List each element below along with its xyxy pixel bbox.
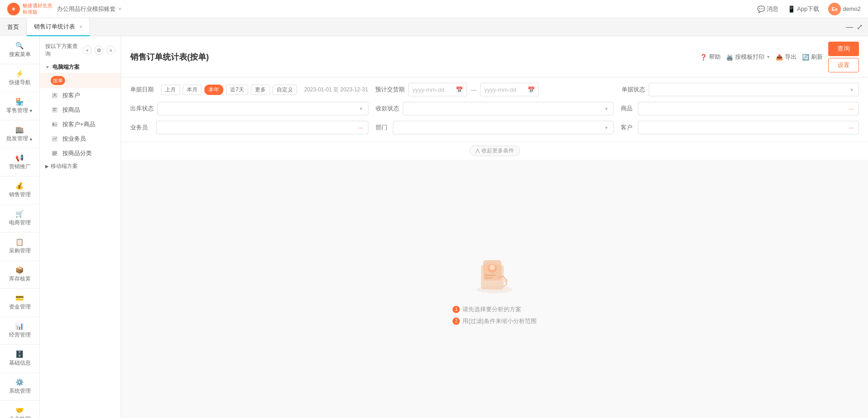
sidebar-item-system[interactable]: ⚙️ 系统管理 xyxy=(0,373,39,401)
date-custom-btn[interactable]: 自定义 xyxy=(273,85,297,95)
sidebar-item-ecommerce[interactable]: 🛒 电商管理 xyxy=(0,204,39,233)
tab-sales-order-stats[interactable]: 销售订单统计表 × xyxy=(27,18,90,36)
date-more-btn[interactable]: 更多 xyxy=(251,85,270,95)
retail-arrow-icon: ▼ xyxy=(29,109,33,113)
salesperson-more-icon[interactable]: ··· xyxy=(358,124,363,131)
salesperson-label: 业务员 xyxy=(130,124,153,132)
scheme-item-by-salesperson[interactable]: 按业务员 xyxy=(40,132,121,146)
sidebar-item-inventory[interactable]: 📦 库存核算 xyxy=(0,261,39,289)
sidebar-item-finance[interactable]: 💳 资金管理 xyxy=(0,289,39,317)
search-icon: 🔍 xyxy=(2,42,38,50)
help-btn[interactable]: ❓ 帮助 xyxy=(700,53,721,61)
top-bar-right: 💬 消息 📱 App下载 Ea demo2 xyxy=(757,3,861,15)
sidebar-item-quick-nav[interactable]: ⚡ 快捷导航 xyxy=(0,64,39,92)
scheme-section-pc[interactable]: ▼ 电脑端方案 xyxy=(40,62,121,73)
refresh-icon: 🔄 xyxy=(802,54,809,61)
message-btn[interactable]: 💬 消息 xyxy=(757,5,778,13)
setting-btn[interactable]: 设置 xyxy=(828,58,859,72)
scheme-section-mobile[interactable]: ▶ 移动端方案 xyxy=(40,161,121,172)
scheme-item-by-product[interactable]: 按商品 xyxy=(40,103,121,117)
sidebar-item-sales[interactable]: 💰 销售管理 xyxy=(0,176,39,204)
date-current-month-btn[interactable]: 本月 xyxy=(183,85,202,95)
export-btn[interactable]: 📤 导出 xyxy=(776,53,797,61)
svg-point-3 xyxy=(54,94,56,95)
collapse-bar: ⋀ 收起更多条件 xyxy=(121,142,868,160)
product-more-icon[interactable]: ··· xyxy=(849,105,854,112)
scheme-panel: 按以下方案查询 + ⚙ « ▼ 电脑端方案 xyxy=(40,36,121,418)
product-input[interactable]: ··· xyxy=(638,102,859,115)
scheme-item-by-customer[interactable]: 按客户 xyxy=(40,88,121,103)
scheme-add-btn[interactable]: + xyxy=(83,46,92,55)
scheme-item-by-order[interactable]: 按单 xyxy=(40,73,121,88)
dept-select[interactable]: ▼ xyxy=(393,121,614,134)
salesperson-input[interactable]: ··· xyxy=(156,121,368,134)
retail-icon: 🏪 xyxy=(2,98,38,106)
scheme-item-by-customer-product[interactable]: 按客户+商品 xyxy=(40,117,121,132)
empty-tips: 1 请先选择要分析的方案 2 用[过滤]条件来缩小分析范围 xyxy=(453,304,536,327)
svg-rect-14 xyxy=(52,154,56,155)
filter-row-date: 单据日期 上月 本月 本年 近7天 更多 自定义 2023-01-01 至 20… xyxy=(130,83,859,96)
tab-home[interactable]: 首页 xyxy=(0,18,27,36)
collapse-more-btn[interactable]: ⋀ 收起更多条件 xyxy=(470,146,520,156)
print-icon: 🖨️ xyxy=(726,54,733,61)
scheme-panel-header: 按以下方案查询 + ⚙ « xyxy=(40,41,121,62)
customer-input[interactable]: ··· xyxy=(638,121,859,134)
scheme-item-by-product-category[interactable]: 按商品分类 xyxy=(40,146,121,161)
window-maximize-btn[interactable]: ⤢ xyxy=(857,23,863,31)
svg-point-19 xyxy=(490,265,495,270)
expected-date-to-input[interactable]: yyyy-mm-dd 📅 xyxy=(480,83,539,96)
sidebar-item-purchase[interactable]: 📋 采购管理 xyxy=(0,233,39,261)
tab-bar-actions: — ⤢ xyxy=(846,23,868,31)
app-download-btn[interactable]: 📱 App下载 xyxy=(788,5,819,13)
quick-nav-icon: ⚡ xyxy=(2,70,38,78)
tab-close-btn[interactable]: × xyxy=(80,24,82,29)
bill-status-select[interactable]: ▼ xyxy=(649,83,859,96)
sidebar-item-wholesale[interactable]: 🏬 批发管理 ▲ xyxy=(0,120,39,148)
sidebar-item-search-menu[interactable]: 🔍 搜索菜单 xyxy=(0,36,39,64)
expected-date-from-input[interactable]: yyyy-mm-dd 📅 xyxy=(408,83,467,96)
calendar-to-icon: 📅 xyxy=(528,86,535,93)
customer-label: 客户 xyxy=(621,124,634,132)
empty-tip-1: 1 请先选择要分析的方案 xyxy=(453,304,536,315)
page-header: 销售订单统计表(按单) ❓ 帮助 🖨️ 按模板打印 ▼ 📤 xyxy=(121,36,868,77)
marketing-icon: 📢 xyxy=(2,154,38,162)
window-minimize-btn[interactable]: — xyxy=(846,23,853,31)
sidebar-item-operation[interactable]: 📊 经营管理 xyxy=(0,317,39,345)
breadcrumb[interactable]: 办公用品行业模拟账套 ▾ xyxy=(57,5,122,13)
scheme-settings-btn[interactable]: ⚙ xyxy=(94,46,104,55)
bill-status-label: 单据状态 xyxy=(622,86,645,94)
empty-state: 1 请先选择要分析的方案 2 用[过滤]条件来缩小分析范围 xyxy=(121,160,868,418)
sidebar-item-coop[interactable]: 🤝 企业协同 xyxy=(0,401,39,418)
top-bar-left: 畅捷通好生意 标准版 办公用品行业模拟账套 ▾ xyxy=(7,3,122,15)
customer-more-icon[interactable]: ··· xyxy=(849,124,854,131)
refresh-btn[interactable]: 🔄 刷新 xyxy=(802,53,823,61)
print-btn[interactable]: 🖨️ 按模板打印 ▼ xyxy=(726,53,770,61)
collapse-up-icon: ⋀ xyxy=(476,148,480,154)
filter-row-2: 出库状态 ▼ 收款状态 ▼ 商品 xyxy=(130,102,859,115)
user-profile[interactable]: Ea demo2 xyxy=(828,3,861,15)
wholesale-arrow-icon: ▲ xyxy=(29,137,33,141)
dept-label: 部门 xyxy=(376,124,389,132)
page-header-top: 销售订单统计表(按单) ❓ 帮助 🖨️ 按模板打印 ▼ 📤 xyxy=(130,42,859,72)
sidebar-item-marketing[interactable]: 📢 营销推广 xyxy=(0,148,39,176)
ship-status-select[interactable]: ▼ xyxy=(157,102,368,115)
sidebar-item-retail[interactable]: 🏪 零售管理 ▼ xyxy=(0,92,39,120)
date-current-year-btn[interactable]: 本年 xyxy=(204,85,223,95)
date-prev-month-btn[interactable]: 上月 xyxy=(161,85,180,95)
scheme-collapse-btn[interactable]: « xyxy=(106,46,115,55)
search-btn[interactable]: 查询 xyxy=(828,42,859,56)
scheme-header-actions: + ⚙ « xyxy=(83,46,115,55)
inventory-icon: 📦 xyxy=(2,266,38,274)
basic-icon: 🗄️ xyxy=(2,350,38,358)
svg-rect-5 xyxy=(53,108,57,109)
sidebar-item-basic[interactable]: 🗄️ 基础信息 xyxy=(0,345,39,373)
purchase-icon: 📋 xyxy=(2,238,38,246)
product-label: 商品 xyxy=(621,104,634,113)
payment-status-select[interactable]: ▼ xyxy=(403,102,614,115)
svg-rect-13 xyxy=(52,153,57,154)
date-7days-btn[interactable]: 近7天 xyxy=(226,85,248,95)
logo-area: 畅捷通好生意 标准版 xyxy=(7,3,52,15)
tab-bar-tabs: 首页 销售订单统计表 × xyxy=(0,18,90,36)
page-title: 销售订单统计表(按单) xyxy=(130,52,209,62)
filter-payment-status: 收款状态 ▼ xyxy=(376,102,614,115)
